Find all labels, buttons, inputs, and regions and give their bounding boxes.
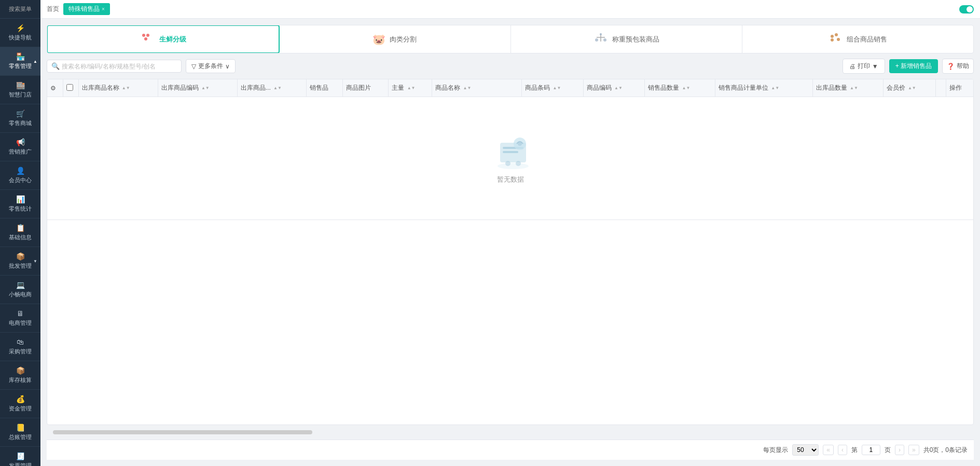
svg-point-6 (603, 38, 606, 42)
print-button[interactable]: 🖨 打印 ▼ (843, 59, 885, 74)
toggle-switch[interactable] (959, 5, 974, 13)
sidebar-item-total-mgmt[interactable]: 📒 总账管理 (0, 418, 40, 447)
tab-weight-packed[interactable]: 称重预包装商品 (511, 25, 742, 53)
filter-icon: ▽ (191, 63, 196, 70)
sidebar-item-label: 采购管理 (9, 348, 32, 355)
tab-combo-sales[interactable]: 组合商品销售 (742, 25, 973, 53)
first-page-btn[interactable]: « (823, 445, 834, 455)
sort-arrows: ▲▼ (771, 86, 779, 90)
sidebar-item-retail-mall[interactable]: 🛒 零售商城 (0, 104, 40, 133)
retail-stats-icon: 📊 (16, 195, 25, 203)
sidebar-item-smart-store[interactable]: 🏬 智慧门店 (0, 76, 40, 104)
sidebar-item-label: 基础信息 (9, 234, 32, 241)
sidebar-item-marketing[interactable]: 📢 营销推广 (0, 133, 40, 161)
sidebar-item-invoice[interactable]: 🧾 发票管理 (0, 447, 40, 466)
sidebar-item-label: 会员中心 (9, 176, 32, 184)
retail-mall-icon: 🛒 (16, 109, 25, 118)
topbar-tab-label: 特殊销售品 (68, 5, 100, 13)
th-main-weight[interactable]: 主量 ▲▼ (389, 79, 432, 97)
help-button[interactable]: ❓ 帮助 (942, 59, 974, 74)
horizontal-scrollbar[interactable] (53, 430, 968, 434)
weight-packed-label: 称重预包装商品 (612, 35, 659, 44)
empty-state-icon (490, 132, 531, 169)
chevron-down-icon: ∨ (225, 63, 230, 70)
topbar-home[interactable]: 首页 (47, 5, 59, 13)
toolbar-right: 🖨 打印 ▼ + 新增销售品 ❓ 帮助 (843, 59, 974, 74)
svg-point-10 (837, 38, 840, 41)
sidebar-item-mini-ecom[interactable]: 💻 小畅电商 (0, 276, 40, 304)
sidebar-item-members[interactable]: 👤 会员中心 (0, 161, 40, 190)
purchase-icon: 🛍 (17, 338, 24, 346)
th-out-qty[interactable]: 出库品数量 ▲▼ (812, 79, 883, 97)
th-actions: 操作 (946, 79, 973, 97)
prev-page-btn[interactable]: ‹ (838, 445, 847, 455)
th-settings[interactable]: ⚙ (47, 79, 63, 97)
per-page-select[interactable]: 50 10 20 100 (792, 444, 819, 456)
th-sales-unit[interactable]: 销售商品计量单位 ▲▼ (715, 79, 813, 97)
svg-point-12 (498, 163, 529, 169)
close-icon[interactable]: × (102, 6, 105, 12)
print-dropdown-icon: ▼ (872, 63, 878, 70)
svg-point-18 (505, 161, 510, 166)
sidebar-item-basic-info[interactable]: 📋 基础信息 (0, 218, 40, 247)
page-number-input[interactable] (862, 445, 880, 455)
sidebar-item-purchase[interactable]: 🛍 采购管理 (0, 333, 40, 361)
th-member-price[interactable]: 会员价 ▲▼ (883, 79, 935, 97)
sort-arrows: ▲▼ (273, 86, 282, 90)
tab-meat-cut[interactable]: 🐷 肉类分割 (279, 25, 510, 53)
new-label: + 新增销售品 (895, 62, 932, 71)
sidebar-item-inventory[interactable]: 📦 库存核算 (0, 361, 40, 390)
th-out-product-x[interactable]: 出库商品... ▲▼ (237, 79, 306, 97)
scale-icon (593, 32, 608, 46)
retail-mgmt-icon: 🏪 (16, 52, 25, 61)
th-sales-product[interactable]: 销售品 (306, 79, 343, 97)
sidebar-logo-text: 搜索菜单 (9, 6, 32, 12)
th-product-image[interactable]: 商品图片 (343, 79, 389, 97)
filter-button[interactable]: ▽ 更多条件 ∨ (186, 59, 236, 73)
new-button[interactable]: + 新增销售品 (889, 59, 938, 73)
tab-fresh-grade[interactable]: 生鲜分级 (47, 25, 280, 53)
sidebar-item-retail-stats[interactable]: 📊 零售统计 (0, 190, 40, 218)
sidebar-item-label: 智慧门店 (9, 91, 32, 99)
svg-point-9 (835, 33, 838, 36)
meat-cut-label: 肉类分割 (390, 35, 417, 44)
select-all-checkbox[interactable] (66, 84, 73, 91)
th-checkbox[interactable] (63, 79, 78, 97)
inventory-icon: 📦 (16, 366, 25, 375)
th-product-barcode[interactable]: 商品条码 ▲▼ (522, 79, 584, 97)
sidebar-item-wholesale[interactable]: 📦 批发管理 (0, 247, 40, 276)
sidebar-item-label: 批发管理 (9, 262, 32, 270)
per-page-label: 每页显示 (763, 446, 788, 455)
data-table-wrap: ⚙ 出库商品名称 ▲▼ 出库商品编码 ▲▼ (47, 79, 974, 425)
invoice-icon: 🧾 (16, 452, 25, 460)
basic-info-icon: 📋 (16, 224, 25, 232)
th-sales-qty[interactable]: 销售品数量 ▲▼ (645, 79, 715, 97)
settings-icon: ⚙ (50, 85, 56, 92)
sidebar-item-quick-nav[interactable]: ⚡ 快捷导航 (0, 19, 40, 47)
th-out-product-name[interactable]: 出库商品名称 ▲▼ (78, 79, 158, 97)
sidebar-item-label: 总账管理 (9, 433, 32, 441)
sidebar-search[interactable]: 搜索菜单 (0, 0, 40, 19)
svg-point-17 (518, 142, 522, 146)
th-product-name[interactable]: 商品名称 ▲▼ (432, 79, 522, 97)
scrollbar-thumb[interactable] (53, 430, 312, 434)
sidebar-item-retail-mgmt[interactable]: 🏪 零售管理 (0, 47, 40, 76)
last-page-btn[interactable]: » (908, 445, 919, 455)
print-icon: 🖨 (849, 63, 855, 70)
sidebar-item-label: 快捷导航 (9, 34, 32, 42)
topbar-tab[interactable]: 特殊销售品 × (63, 3, 110, 15)
sidebar-item-finance[interactable]: 💰 资金管理 (0, 390, 40, 418)
combo-icon (828, 32, 843, 46)
empty-state-cell: 暂无数据 (47, 97, 973, 220)
sidebar-item-ecom-mgmt[interactable]: 🖥 电商管理 (0, 304, 40, 333)
th-out-product-code[interactable]: 出库商品编码 ▲▼ (158, 79, 237, 97)
help-label: 帮助 (957, 62, 969, 71)
th-blank (935, 79, 946, 97)
sort-arrows: ▲▼ (553, 86, 561, 90)
th-product-code2[interactable]: 商品编码 ▲▼ (583, 79, 645, 97)
search-box[interactable]: 🔍 (47, 60, 182, 73)
svg-point-2 (144, 37, 147, 40)
next-page-btn[interactable]: › (895, 445, 904, 455)
table-body: 暂无数据 (47, 97, 973, 220)
search-input[interactable] (62, 63, 176, 70)
